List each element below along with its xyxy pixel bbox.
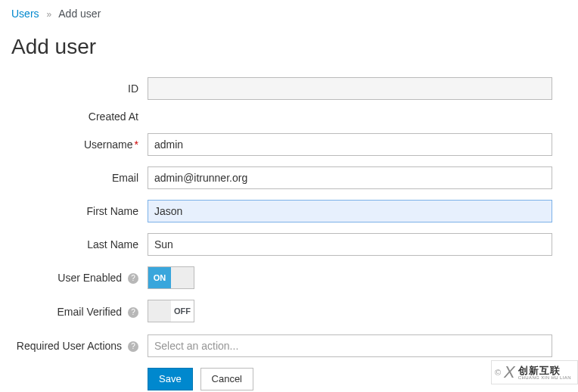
label-username: Username* [0, 138, 148, 151]
label-email: Email [0, 172, 148, 184]
breadcrumb: Users » Add user [0, 0, 578, 26]
breadcrumb-users-link[interactable]: Users [11, 8, 39, 20]
select-placeholder: Select an action... [154, 340, 238, 352]
watermark-text-en: CHUANG XIN HU LIAN [518, 375, 571, 380]
label-last-name: Last Name [0, 238, 148, 250]
help-icon[interactable]: ? [128, 341, 138, 352]
label-user-enabled: User Enabled ? [0, 272, 148, 284]
save-button[interactable]: Save [148, 368, 193, 390]
email-verified-toggle[interactable]: OFF [148, 300, 194, 322]
toggle-on-label: ON [148, 267, 171, 288]
label-email-verified: Email Verified ? [0, 306, 148, 318]
user-enabled-toggle[interactable]: ON [148, 266, 194, 289]
last-name-field[interactable] [148, 233, 552, 256]
watermark-text-zh: 创新互联 [518, 366, 571, 375]
first-name-field[interactable] [148, 200, 552, 222]
label-first-name: First Name [0, 205, 148, 217]
toggle-handle [171, 267, 194, 288]
help-icon[interactable]: ? [128, 273, 138, 284]
breadcrumb-current: Add user [58, 8, 101, 20]
help-icon[interactable]: ? [128, 307, 138, 318]
required-actions-select[interactable]: Select an action... [148, 334, 552, 357]
email-field[interactable] [148, 166, 552, 189]
required-asterisk: * [135, 138, 138, 151]
watermark-logo-icon: X [504, 362, 515, 382]
watermark: © X 创新互联 CHUANG XIN HU LIAN [491, 360, 578, 384]
label-created-at: Created At [0, 110, 148, 123]
add-user-form: ID Created At Username* Email First Name… [0, 77, 578, 392]
toggle-off-label: OFF [171, 300, 194, 322]
copyright-icon: © [495, 368, 501, 377]
breadcrumb-separator: » [42, 9, 56, 20]
label-required-actions: Required User Actions ? [0, 340, 148, 352]
username-field[interactable] [148, 133, 552, 156]
toggle-handle [148, 300, 171, 322]
label-id: ID [0, 82, 148, 95]
cancel-button[interactable]: Cancel [200, 368, 253, 390]
page-title: Add user [11, 35, 567, 59]
id-field [148, 77, 552, 100]
